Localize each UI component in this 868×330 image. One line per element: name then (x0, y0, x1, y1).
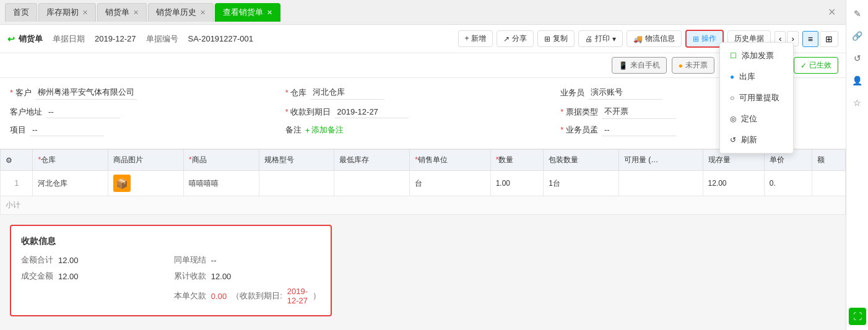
cell-available (618, 171, 703, 196)
same-settlement-item: 同单现结 -- (174, 254, 321, 266)
from-phone-label: 来自手机 (630, 60, 660, 71)
staff-value[interactable]: 演示账号 (588, 85, 662, 100)
deal-amount-label: 成交金额 (21, 271, 53, 282)
doc-meta: 单据日期 2019-12-27 单据编号 SA-20191227-001 (53, 33, 253, 45)
list-view-button[interactable]: ≡ (802, 31, 818, 47)
cell-unit-price: 0. (764, 171, 812, 196)
staff-field: 业务员 演示账号 (560, 85, 836, 100)
col-available-label: 可用量 (… (624, 155, 658, 164)
tab-sales-history-close[interactable]: ✕ (200, 9, 206, 17)
ticket-type-value[interactable]: 不开票 (602, 105, 676, 119)
col-product-img: 商品图片 (108, 150, 184, 171)
invoice-icon: ☐ (730, 51, 737, 60)
customer-value[interactable]: 柳州粤港平安气体有限公司 (35, 85, 137, 100)
add-note-label: 添加备注 (311, 124, 344, 136)
effective-label: 已生效 (809, 60, 831, 71)
grid-view-button[interactable]: ⊞ (820, 31, 838, 47)
from-phone-button[interactable]: 📱 来自手机 (612, 57, 667, 74)
col-warehouse: *仓库 (33, 150, 108, 171)
due-note: （收款到期日: (232, 290, 282, 302)
customer-label: 客户 (10, 87, 32, 98)
subtotal-label: 小计 (1, 196, 846, 215)
tab-home[interactable]: 首页 (5, 3, 37, 22)
total-amount-value: 12.00 (58, 256, 79, 265)
cell-amount (812, 171, 845, 196)
col-quantity-label: 数量 (498, 155, 513, 164)
operation-button[interactable]: ⊞ 操作 (685, 30, 724, 48)
cell-spec (259, 171, 334, 196)
warehouse-value[interactable]: 河北仓库 (310, 85, 384, 100)
right-sidebar: ✎ 🔗 ↺ 👤 ☆ ⛶ (846, 0, 868, 326)
plus-icon: + (305, 126, 310, 135)
new-button[interactable]: + 新增 (458, 30, 493, 47)
col-amount-label: 额 (817, 155, 825, 164)
sidebar-expand-icon[interactable]: ⛶ (849, 308, 866, 325)
add-note-button[interactable]: + 添加备注 (305, 124, 344, 136)
same-settlement-label: 同单现结 (174, 254, 206, 266)
footer-area: 收款信息 金额合计 12.00 同单现结 -- 成交金额 12.00 累计收款 … (0, 215, 846, 326)
locate-label: 定位 (741, 113, 757, 124)
sidebar-user-icon[interactable]: 👤 (849, 72, 866, 89)
view-toggle: ≡ ⊞ (802, 31, 838, 47)
subtotal-row: 小计 (1, 196, 846, 215)
tab-sales-label: 销货单 (105, 7, 129, 18)
available-qty-item[interactable]: ○ 可用量提取 (720, 87, 793, 108)
phone-icon: 📱 (618, 61, 628, 70)
circle-icon: ● (679, 61, 683, 70)
window-close-button[interactable]: ✕ (823, 6, 841, 18)
locate-item[interactable]: ◎ 定位 (720, 108, 793, 129)
due-date-value[interactable]: 2019-12-27 (334, 106, 409, 118)
effective-check-icon: ✓ (801, 61, 807, 70)
tab-view-sales[interactable]: 查看销货单 ✕ (215, 3, 280, 22)
ticket-type-label: 票据类型 (560, 106, 598, 118)
tab-inventory[interactable]: 库存期初 ✕ (38, 3, 96, 22)
logistics-button[interactable]: 🚚 物流信息 (627, 30, 682, 47)
share-button[interactable]: ↗ 分享 (497, 30, 534, 47)
cumulative-receipt-value: 12.00 (211, 272, 232, 281)
col-pack-qty-label: 包装数量 (549, 155, 578, 164)
copy-button[interactable]: ⊞ 复制 (537, 30, 575, 47)
cell-quantity: 1.00 (490, 171, 544, 196)
tab-sales-history[interactable]: 销货单历史 ✕ (148, 3, 214, 22)
cell-warehouse[interactable]: 河北仓库 (33, 171, 108, 196)
doc-title: ↩ 销货单 (7, 33, 43, 45)
current-arrears-label: 本单欠款 (174, 290, 206, 302)
cell-product[interactable]: 嘻嘻嘻嘻 (183, 171, 259, 196)
effective-button[interactable]: ✓ 已生效 (794, 57, 838, 74)
col-min-stock-label: 最低库存 (339, 155, 369, 164)
operation-label: 操作 (701, 33, 716, 44)
print-button[interactable]: 🖨 打印 ▾ (578, 30, 623, 47)
truck-icon: 🚚 (633, 35, 643, 43)
outbound-item[interactable]: ● 出库 (720, 66, 793, 87)
sidebar-star-icon[interactable]: ☆ (849, 94, 866, 111)
staff2-value[interactable]: -- (602, 124, 676, 136)
sidebar-refresh-icon[interactable]: ↺ (849, 50, 866, 67)
tab-view-sales-close[interactable]: ✕ (267, 9, 272, 17)
tab-sales-close[interactable]: ✕ (133, 9, 139, 17)
form-row-1: 客户 柳州粤港平安气体有限公司 仓库 河北仓库 业务员 演示账号 (10, 85, 836, 100)
date-value[interactable]: 2019-12-27 (95, 34, 136, 43)
operation-icon: ⊞ (693, 35, 699, 43)
sidebar-link-icon[interactable]: 🔗 (849, 27, 866, 45)
address-field: 客户地址 -- (10, 106, 285, 118)
not-open-ticket-button[interactable]: ● 未开票 (672, 57, 714, 74)
tab-sales[interactable]: 销货单 ✕ (97, 3, 147, 22)
refresh-item[interactable]: ↺ 刷新 (720, 129, 793, 150)
col-settings[interactable]: ⚙ (1, 150, 33, 171)
tab-inventory-close[interactable]: ✕ (82, 9, 88, 17)
project-value[interactable]: -- (30, 124, 104, 136)
total-amount-item: 金额合计 12.00 (21, 254, 164, 266)
current-arrears-value: 0.00 (211, 292, 227, 301)
add-invoice-label: 添加发票 (742, 50, 774, 61)
available-qty-icon: ○ (730, 93, 734, 102)
sidebar-edit-icon[interactable]: ✎ (849, 5, 866, 22)
address-value[interactable]: -- (46, 106, 120, 118)
ticket-type-field: 票据类型 不开票 (560, 105, 836, 119)
add-invoice-item[interactable]: ☐ 添加发票 (720, 45, 793, 66)
outbound-icon: ● (730, 72, 734, 81)
products-table: ⚙ *仓库 商品图片 *商品 规格型号 最低库存 *销售单位 *数量 包装数量 … (0, 149, 846, 215)
footer-info-box: 收款信息 金额合计 12.00 同单现结 -- 成交金额 12.00 累计收款 … (10, 225, 332, 316)
staff2-field: 业务员孟 -- (560, 124, 836, 136)
number-value[interactable]: SA-20191227-001 (188, 34, 254, 43)
address-label: 客户地址 (10, 106, 42, 118)
